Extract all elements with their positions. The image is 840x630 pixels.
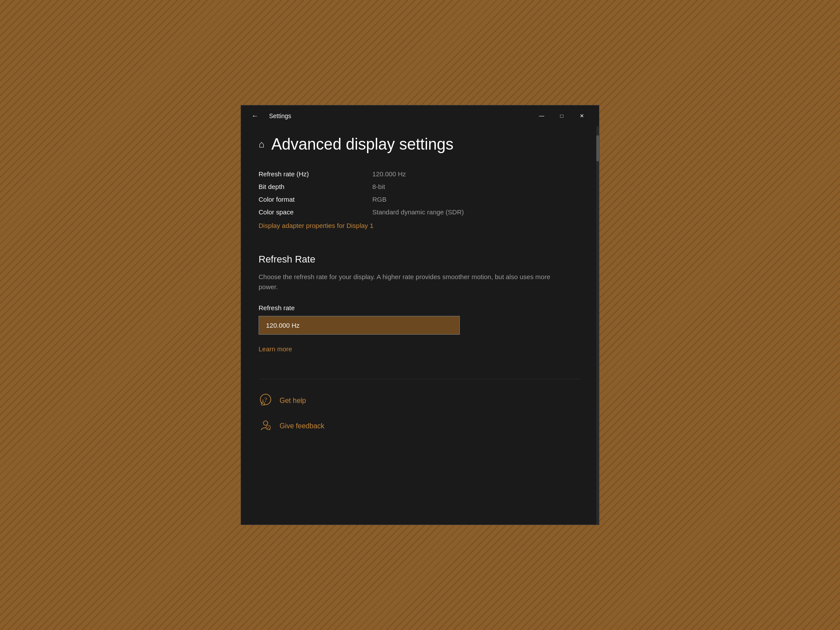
content-area: ⌂ Advanced display settings Refresh rate…	[241, 126, 599, 525]
scrollbar-track[interactable]	[596, 126, 599, 525]
title-bar: ← Settings — □ ✕	[241, 105, 599, 126]
title-bar-left: ← Settings	[248, 110, 532, 122]
label-refresh-rate: Refresh rate (Hz)	[259, 170, 372, 178]
value-color-space: Standard dynamic range (SDR)	[372, 208, 464, 216]
display-info-table: Refresh rate (Hz) 120.000 Hz Bit depth 8…	[259, 168, 581, 218]
info-row-color-format: Color format RGB	[259, 193, 581, 206]
info-row-bit-depth: Bit depth 8-bit	[259, 180, 581, 193]
help-section: ? Get help ✓ Give feedback	[259, 379, 581, 439]
value-bit-depth: 8-bit	[372, 183, 385, 190]
learn-more-link[interactable]: Learn more	[259, 345, 292, 353]
refresh-rate-description: Choose the refresh rate for your display…	[259, 272, 556, 292]
page-header: ⌂ Advanced display settings	[259, 135, 581, 154]
page-title: Advanced display settings	[271, 135, 453, 154]
minimize-button[interactable]: —	[532, 109, 552, 123]
title-bar-controls: — □ ✕	[532, 109, 592, 123]
info-row-color-space: Color space Standard dynamic range (SDR)	[259, 206, 581, 218]
get-help-label: Get help	[280, 397, 306, 405]
value-refresh-rate: 120.000 Hz	[372, 170, 406, 178]
close-button[interactable]: ✕	[572, 109, 592, 123]
refresh-rate-field: Refresh rate 60.000 Hz 120.000 Hz	[259, 304, 460, 335]
window-title: Settings	[269, 112, 291, 119]
adapter-properties-link[interactable]: Display adapter properties for Display 1	[259, 222, 374, 229]
give-feedback-item[interactable]: ✓ Give feedback	[259, 413, 581, 439]
home-icon: ⌂	[259, 139, 264, 150]
give-feedback-label: Give feedback	[280, 422, 324, 430]
refresh-rate-field-label: Refresh rate	[259, 304, 460, 312]
value-color-format: RGB	[372, 196, 387, 203]
refresh-rate-section-title: Refresh Rate	[259, 254, 581, 265]
get-help-icon: ?	[259, 393, 273, 408]
back-button[interactable]: ←	[248, 110, 262, 122]
svg-text:✓: ✓	[266, 426, 270, 430]
settings-window: ← Settings — □ ✕ ⌂ Advanced display sett…	[241, 105, 599, 525]
refresh-rate-dropdown[interactable]: 60.000 Hz 120.000 Hz	[259, 316, 460, 335]
svg-point-4	[263, 421, 268, 425]
maximize-button[interactable]: □	[552, 109, 572, 123]
label-bit-depth: Bit depth	[259, 183, 372, 190]
svg-text:?: ?	[264, 397, 267, 403]
get-help-item[interactable]: ? Get help	[259, 388, 581, 413]
label-color-space: Color space	[259, 208, 372, 216]
scrollbar-thumb[interactable]	[596, 135, 599, 161]
label-color-format: Color format	[259, 196, 372, 203]
give-feedback-icon: ✓	[259, 419, 273, 434]
info-row-refresh-rate: Refresh rate (Hz) 120.000 Hz	[259, 168, 581, 180]
